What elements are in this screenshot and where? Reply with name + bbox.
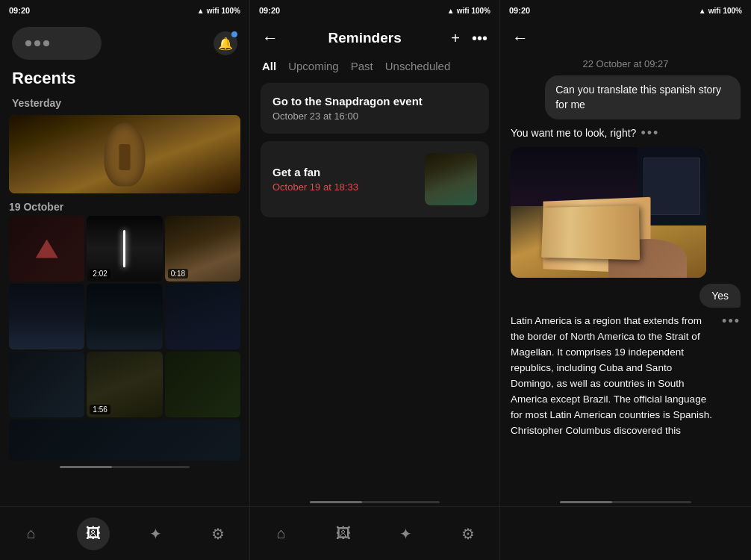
duration-badge-2: 0:18 (168, 269, 188, 279)
photo-row-3: 1:56 (9, 352, 240, 417)
status-icons: ▲ wifi 100% (197, 7, 240, 15)
reminders-panel: 09:20 ▲ wifi 100% ← Reminders + ••• All … (250, 0, 500, 560)
reminder-1-info: Go to the Snapdragon event October 23 at… (272, 95, 423, 122)
nav-home-button[interactable]: ⌂ (15, 517, 48, 550)
more-options-chat-1[interactable]: ••• (641, 125, 659, 141)
bottom-nav-panel1: ⌂ 🖼 ✦ ⚙ (0, 506, 249, 560)
nav-settings-button-2[interactable]: ⚙ (452, 517, 484, 550)
chat-header: ← (500, 21, 751, 55)
photo-cell-1[interactable] (9, 216, 84, 281)
msg-row-received-1: You want me to look, right? ••• (511, 125, 741, 141)
reminder-2-title: Get a fan (272, 166, 358, 178)
add-reminder-button[interactable]: + (451, 30, 460, 47)
photo-cell-7[interactable] (9, 352, 84, 417)
msg-bubble-sent-1: Can you translate this spanish story for… (545, 75, 741, 119)
scroll-indicator-2 (310, 501, 440, 503)
signal-icon-2: ▲ (447, 7, 455, 15)
yesterday-label: Yesterday (0, 93, 249, 112)
signal-icon-3: ▲ (699, 7, 706, 15)
tab-all[interactable]: All (262, 58, 276, 74)
nav-settings-button[interactable]: ⚙ (202, 517, 234, 550)
notification-bell-wrap: 🔔 (214, 31, 237, 55)
msg-row-sent-1: Can you translate this spanish story for… (511, 75, 741, 119)
reminders-title: Reminders (328, 30, 402, 46)
dot2 (34, 40, 40, 46)
recents-title: Recents (0, 63, 249, 93)
msg-row-sent-2: Yes (511, 284, 741, 308)
photo-cell-4[interactable] (9, 284, 84, 349)
wifi-icon-2: wifi (457, 7, 470, 15)
reminders-header: ← Reminders + ••• (250, 21, 499, 55)
battery-label-3: 100% (723, 7, 742, 15)
battery-label: 100% (221, 7, 240, 15)
guitar-photo[interactable] (9, 115, 240, 193)
search-pill[interactable] (12, 27, 102, 60)
duration-badge-3: 1:56 (90, 405, 110, 414)
reminder-card-2[interactable]: Get a fan October 19 at 18:33 (261, 141, 489, 217)
battery-label-2: 100% (471, 7, 490, 15)
chat-date: 22 October at 09:27 (500, 55, 751, 75)
scroll-indicator-3 (560, 501, 691, 503)
tab-unscheduled[interactable]: Unscheduled (385, 58, 451, 74)
photo-cell-8[interactable]: 1:56 (87, 352, 162, 417)
tab-upcoming[interactable]: Upcoming (288, 58, 339, 74)
status-bar-panel3: 09:20 ▲ wifi 100% (500, 0, 751, 21)
reminder-1-title: Go to the Snapdragon event (272, 95, 423, 108)
book-image (511, 147, 706, 278)
photo-cell-2[interactable]: 2:02 (87, 216, 162, 281)
reminder-1-date: October 23 at 16:00 (272, 111, 423, 122)
nav-photos-button[interactable]: 🖼 (77, 517, 110, 550)
duration-badge-1: 2:02 (90, 269, 110, 279)
reminder-2-info: Get a fan October 19 at 18:33 (272, 166, 358, 193)
scroll-thumb-1 (60, 466, 112, 468)
guitar-image (9, 115, 240, 193)
status-icons-2: ▲ wifi 100% (447, 7, 490, 15)
time-label-2: 09:20 (259, 6, 280, 15)
photo-row-1: 2:02 0:18 (9, 216, 240, 281)
msg-bubble-yes: Yes (699, 284, 741, 308)
reminders-header-icons: + ••• (451, 30, 487, 47)
more-options-button[interactable]: ••• (472, 30, 487, 47)
photo-cell-5[interactable] (87, 284, 162, 349)
scroll-indicator-1 (60, 466, 190, 468)
scroll-thumb-2 (310, 501, 362, 503)
photo-cell-10[interactable] (9, 420, 240, 461)
time-label-3: 09:20 (509, 6, 530, 15)
reminder-2-thumbnail (425, 153, 477, 205)
chat-back-button[interactable]: ← (512, 28, 529, 48)
photo-row-4 (9, 420, 240, 461)
chat-panel: 09:20 ▲ wifi 100% ← 22 October at 09:27 … (500, 0, 751, 560)
bell-notification-dot (231, 31, 237, 37)
time-label: 09:20 (9, 6, 30, 15)
reminders-back-button[interactable]: ← (262, 28, 278, 48)
photo-cell-9[interactable] (165, 352, 240, 417)
status-bar-panel2: 09:20 ▲ wifi 100% (250, 0, 499, 21)
nav-spark-button[interactable]: ✦ (140, 517, 172, 550)
signal-icon: ▲ (197, 7, 205, 15)
status-bar-panel1: 09:20 ▲ wifi 100% (0, 0, 249, 21)
dot1 (25, 40, 31, 46)
photos-panel: 09:20 ▲ wifi 100% 🔔 Recents Yesterday (0, 0, 250, 560)
book-visual (511, 147, 706, 278)
msg-text-latin-america: Latin America is a region that extends f… (511, 314, 717, 438)
reminder-card-1[interactable]: Go to the Snapdragon event October 23 at… (261, 83, 489, 134)
bottom-nav-panel2: ⌂ 🖼 ✦ ⚙ (250, 506, 499, 560)
photo-cell-6[interactable] (165, 284, 240, 349)
msg-text-received-1: You want me to look, right? (511, 125, 636, 141)
status-icons-3: ▲ wifi 100% (699, 7, 742, 15)
nav-home-button-2[interactable]: ⌂ (265, 517, 298, 550)
scroll-thumb-3 (560, 501, 612, 503)
dot3 (43, 40, 49, 46)
chat-messages: Can you translate this spanish story for… (500, 75, 751, 501)
tab-past[interactable]: Past (351, 58, 373, 74)
wifi-icon: wifi (207, 7, 219, 15)
photo-row-2 (9, 284, 240, 349)
photo-cell-3[interactable]: 0:18 (165, 216, 240, 281)
reminders-empty-space (250, 225, 499, 501)
nav-photos-button-2[interactable]: 🖼 (327, 517, 360, 550)
more-options-chat-2[interactable]: ••• (722, 314, 741, 329)
nav-spark-button-2[interactable]: ✦ (390, 517, 423, 550)
search-pill-dots (25, 40, 49, 46)
chat-bottom-bar (500, 506, 751, 560)
wifi-icon-3: wifi (708, 7, 721, 15)
